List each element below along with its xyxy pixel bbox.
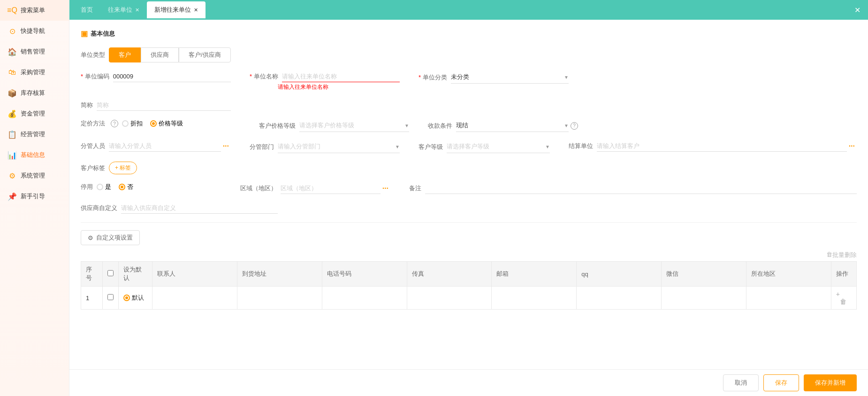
unit-type-supplier[interactable]: 供应商 — [141, 47, 179, 62]
sidebar-label-sales: 销售管理 — [21, 47, 45, 56]
tab-trade-unit[interactable]: 往来单位 ✕ — [100, 1, 147, 18]
remark-input[interactable] — [425, 183, 857, 194]
settlement-more[interactable]: ··· — [847, 142, 857, 150]
row-email[interactable] — [492, 287, 577, 310]
phone-input[interactable] — [327, 295, 402, 302]
payment-terms-select[interactable]: 现结 ▼ — [456, 119, 569, 132]
sidebar-item-basic-info[interactable]: 📊 基础信息 — [0, 145, 69, 165]
manager-input[interactable] — [109, 140, 221, 152]
payment-terms-value: 现结 — [456, 121, 468, 130]
customer-price-level-arrow: ▼ — [404, 123, 409, 128]
unit-category-label: 单位分类 — [419, 73, 447, 82]
customer-level-field: 客户等级 请选择客户等级 ▼ — [419, 140, 550, 153]
sidebar-item-finance[interactable]: 💰 资金管理 — [0, 103, 69, 124]
cancel-button[interactable]: 取消 — [723, 374, 759, 391]
pricing-discount-label: 折扣 — [130, 119, 143, 128]
customer-price-level-field: 客户价格等级 请选择客户价格等级 ▼ — [259, 119, 409, 132]
row-checkbox[interactable] — [107, 294, 114, 300]
short-name-label: 简称 — [81, 101, 93, 109]
short-name-input[interactable] — [97, 100, 231, 111]
address-input[interactable] — [242, 295, 317, 302]
unit-code-input[interactable] — [113, 71, 231, 82]
add-tag-button[interactable]: + 标签 — [109, 162, 137, 174]
department-select[interactable]: 请输入分管部门 ▼ — [278, 140, 400, 153]
tab-trade-unit-label: 往来单位 — [108, 6, 132, 14]
pricing-discount[interactable]: 折扣 — [122, 119, 143, 128]
disabled-yes[interactable]: 是 — [97, 183, 111, 191]
sidebar-item-inventory[interactable]: 📦 库存核算 — [0, 83, 69, 103]
pricing-method-field: 定价方法 ? 折扣 价格等级 — [81, 119, 240, 128]
col-seq: 序号 — [81, 262, 103, 287]
customer-price-level-select[interactable]: 请选择客户价格等级 ▼ — [299, 119, 409, 132]
row-region-input[interactable] — [751, 295, 826, 302]
supplier-custom-input[interactable] — [121, 202, 278, 214]
sidebar-label-finance: 资金管理 — [21, 109, 45, 118]
row-phone[interactable] — [322, 287, 407, 310]
tab-new-trade-unit-close[interactable]: ✕ — [194, 8, 198, 13]
tabs-close-all[interactable]: ✕ — [851, 4, 864, 16]
unit-category-select[interactable]: 未分类 ▼ — [451, 71, 569, 84]
save-new-button[interactable]: 保存并新增 — [804, 374, 857, 391]
row-default: 默认 — [119, 287, 152, 310]
save-button[interactable]: 保存 — [763, 374, 799, 391]
supplier-custom-field: 供应商自定义 — [81, 202, 278, 214]
operations-icon: 📋 — [8, 130, 17, 139]
manager-field: 分管人员 ··· — [81, 140, 231, 152]
col-fax: 传真 — [407, 262, 492, 287]
sidebar: ≡Q 搜索菜单 ⊙ 快捷导航 🏠 销售管理 🛍 采购管理 📦 库存核算 💰 资金… — [0, 0, 69, 396]
unit-type-customer[interactable]: 客户 — [109, 47, 141, 62]
sidebar-item-system[interactable]: ⚙ 系统管理 — [0, 165, 69, 186]
sidebar-item-search[interactable]: ≡Q 搜索菜单 — [0, 0, 69, 21]
wechat-input[interactable] — [666, 295, 741, 302]
row-region[interactable] — [746, 287, 831, 310]
row-wechat[interactable] — [662, 287, 746, 310]
email-input[interactable] — [496, 295, 571, 302]
col-check — [103, 262, 119, 287]
row-qq[interactable] — [577, 287, 662, 310]
unit-name-input[interactable] — [282, 71, 400, 82]
batch-delete-label[interactable]: 批量删除 — [832, 251, 857, 259]
default-radio-item[interactable]: 默认 — [123, 294, 147, 302]
custom-settings-button[interactable]: ⚙ 自定义项设置 — [81, 230, 140, 245]
disabled-yes-label: 是 — [105, 183, 111, 191]
unit-type-both[interactable]: 客户/供应商 — [179, 47, 231, 62]
fax-input[interactable] — [412, 295, 487, 302]
region-input[interactable] — [281, 183, 381, 194]
pricing-price-level[interactable]: 价格等级 — [150, 119, 183, 128]
form-content: ▣ 基本信息 单位类型 客户 供应商 客户/供应商 单位编码 — [69, 20, 868, 369]
select-all-checkbox[interactable] — [107, 270, 114, 276]
unit-code-field: 单位编码 — [81, 71, 231, 82]
sidebar-item-sales[interactable]: 🏠 销售管理 — [0, 41, 69, 62]
region-label: 区域（地区） — [240, 184, 277, 193]
sidebar-item-purchase[interactable]: 🛍 采购管理 — [0, 62, 69, 83]
delete-row-icon[interactable]: 🗑 — [840, 298, 846, 305]
col-default: 设为默认 — [119, 262, 152, 287]
supplier-custom-row: 供应商自定义 — [81, 202, 857, 214]
payment-terms-help[interactable]: ? — [571, 122, 578, 130]
customer-tag-field: 客户标签 + 标签 — [81, 162, 857, 174]
disabled-no[interactable]: 否 — [119, 183, 133, 191]
qq-input[interactable] — [581, 295, 656, 302]
customer-level-select[interactable]: 请选择客户等级 ▼ — [447, 140, 550, 153]
tab-home[interactable]: 首页 — [73, 1, 100, 18]
pricing-help-icon[interactable]: ? — [111, 120, 118, 127]
pricing-row: 定价方法 ? 折扣 价格等级 客户价格等级 — [81, 119, 857, 132]
sidebar-item-operations[interactable]: 📋 经营管理 — [0, 124, 69, 145]
tab-trade-unit-close[interactable]: ✕ — [135, 8, 139, 13]
tab-new-trade-unit[interactable]: 新增往来单位 ✕ — [147, 1, 206, 18]
manager-more[interactable]: ··· — [221, 142, 231, 150]
sidebar-item-quick-nav[interactable]: ⊙ 快捷导航 — [0, 21, 69, 41]
add-row-icon[interactable]: + — [836, 290, 840, 298]
row-contact[interactable] — [152, 287, 237, 310]
settlement-input[interactable] — [597, 140, 847, 152]
sidebar-item-guide[interactable]: 📌 新手引导 — [0, 186, 69, 207]
finance-icon: 💰 — [8, 109, 17, 118]
row-address[interactable] — [237, 287, 322, 310]
contact-input[interactable] — [157, 295, 232, 302]
contacts-table: 序号 设为默认 联系人 到货地址 电话号码 传真 邮箱 qq 微信 所在地区 — [81, 261, 857, 310]
customer-tag-label: 客户标签 — [81, 164, 105, 172]
department-placeholder: 请输入分管部门 — [278, 142, 320, 151]
region-more[interactable]: ··· — [381, 184, 390, 193]
payment-terms-arrow: ▼ — [564, 123, 569, 128]
row-fax[interactable] — [407, 287, 492, 310]
